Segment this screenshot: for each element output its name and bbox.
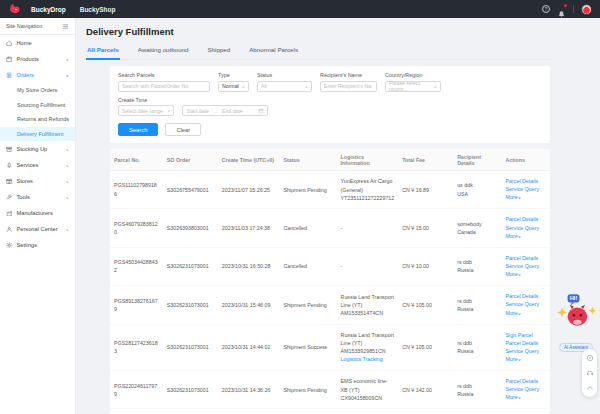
manufacturers-icon: [6, 210, 13, 217]
action-service-query-link[interactable]: Service Query: [506, 224, 546, 232]
action-more-link[interactable]: More∨: [506, 355, 546, 364]
action-more-link[interactable]: More∨: [506, 309, 546, 318]
cell-actions: Parcel DetailsService QueryMore∨: [502, 286, 550, 324]
stocking-icon: [6, 146, 13, 153]
action-service-query-link[interactable]: Service Query: [506, 385, 546, 393]
table-row: PGS460792838120S30263938030012023/11/03 …: [110, 209, 550, 247]
user-avatar[interactable]: [581, 4, 592, 15]
logistics-tracking-link[interactable]: Logistics Tracking: [341, 355, 395, 363]
action-service-query-link[interactable]: Service Query: [506, 185, 546, 193]
ai-assistant-widget[interactable]: HI! AI Assistant: [553, 291, 599, 353]
tab-abnormal-parcels[interactable]: Abnormal Parcels: [248, 44, 299, 59]
chevron-down-icon: ∨: [518, 234, 521, 240]
action-parcel-details-link[interactable]: Parcel Details: [506, 377, 546, 385]
sidebar-item-stocking-up[interactable]: Stocking Up∨: [0, 141, 75, 157]
cell-actions: Sign ParcelParcel DetailsService QueryMo…: [502, 324, 550, 371]
sidebar-item-label: Orders: [17, 72, 34, 78]
action-parcel-details-link[interactable]: Parcel Details: [506, 215, 546, 223]
sidebar-item-services[interactable]: Services∨: [0, 157, 75, 173]
customer-service-headset-icon[interactable]: [586, 369, 594, 377]
action-more-link[interactable]: More∨: [506, 270, 546, 279]
cell-actions: Parcel DetailsService QueryMore∨: [502, 371, 550, 409]
sidebar-item-tools[interactable]: Tools∨: [0, 189, 75, 205]
filter-panel: Search Parcels Type Normal ∨ Status Al: [110, 66, 550, 143]
chevron-down-icon: ∨: [305, 84, 308, 88]
arrow-right-icon: →: [213, 108, 218, 114]
recipient-name-input[interactable]: [320, 81, 377, 92]
tab-awaiting-outbound[interactable]: Awaiting outbound: [137, 44, 190, 59]
search-button[interactable]: Search: [118, 123, 158, 136]
status-select[interactable]: All ∨: [257, 81, 312, 92]
search-parcels-input[interactable]: [118, 81, 210, 92]
cell-recipient: rs ddbRussia: [453, 371, 501, 409]
action-more-link[interactable]: More∨: [506, 232, 546, 241]
action-sign-parcel-link[interactable]: Sign Parcel: [506, 331, 546, 339]
sidebar-subitem-returns-and-refunds[interactable]: Returns and Refunds: [0, 112, 75, 127]
sidebar-subitem-my-store-orders[interactable]: My Store Orders: [0, 83, 75, 98]
chevron-down-icon: ∨: [66, 57, 69, 61]
main-content: Delivery Fulfillment All ParcelsAwaiting…: [76, 18, 600, 414]
action-more-link[interactable]: More∨: [506, 393, 546, 402]
logistics-line: AM1533929851CN: [341, 347, 395, 355]
chevron-down-icon: ∨: [518, 358, 521, 364]
sidebar-item-manufacturers[interactable]: Manufacturers: [0, 205, 75, 221]
country-region-select[interactable]: Please select countr... ∨: [385, 81, 441, 92]
svg-text:HI!: HI!: [570, 296, 578, 302]
action-parcel-details-link[interactable]: Parcel Details: [506, 339, 546, 347]
sidebar-subitem-delivery-fulfillment[interactable]: Delivery Fulfillment: [0, 127, 75, 142]
stores-icon: [6, 178, 13, 185]
sidebar-item-stores[interactable]: Stores∨: [0, 173, 75, 189]
sidebar-subitem-sourcing-fulfillment[interactable]: Sourcing Fulfillment: [0, 98, 75, 113]
sidebar-item-products[interactable]: Products∨: [0, 51, 75, 67]
brand-buckyshop[interactable]: BuckyShop: [80, 6, 116, 13]
column-header-recipient-details: Recipient Details: [453, 149, 501, 171]
action-parcel-details-link[interactable]: Parcel Details: [506, 177, 546, 185]
logistics-line: Russia Land Transport Line (YT): [341, 331, 395, 347]
sidebar-item-settings[interactable]: Settings: [0, 237, 75, 253]
action-service-query-link[interactable]: Service Query: [506, 262, 546, 270]
clear-button[interactable]: Clear: [165, 123, 201, 136]
sidebar-item-label: Home: [17, 40, 32, 46]
sidebar-item-orders[interactable]: Orders∧: [0, 67, 75, 83]
recipient-line: rs ddb: [457, 258, 497, 266]
action-more-link[interactable]: More∨: [506, 193, 546, 202]
notifications-bell-icon[interactable]: [557, 5, 566, 14]
action-service-query-link[interactable]: Service Query: [506, 300, 546, 308]
action-parcel-details-link[interactable]: Parcel Details: [506, 292, 546, 300]
date-range-picker[interactable]: Start date → End date: [182, 105, 268, 116]
brand-buckydrop[interactable]: BuckyDrop: [31, 6, 66, 13]
recipient-line: Russia: [457, 347, 497, 355]
type-select[interactable]: Normal ∨: [218, 81, 249, 92]
cell-logistics: -: [337, 209, 399, 247]
recipient-line: somebody: [457, 220, 497, 228]
services-icon: [6, 162, 13, 169]
cell-so-order: S3026393803001: [163, 209, 218, 247]
sidebar-item-home[interactable]: Home: [0, 35, 75, 51]
tab-all-parcels[interactable]: All Parcels: [86, 44, 120, 60]
cell-recipient: rs ddbRussia: [453, 247, 501, 285]
cell-recipient: us ddkUSA: [453, 171, 501, 209]
logistics-line: -: [341, 224, 395, 232]
column-header-logistics-information: Logistics Information: [337, 149, 399, 171]
chevron-up-icon: ∧: [66, 73, 69, 77]
cell-status: Cancelled: [279, 247, 336, 285]
cell-status: Shipment Pending: [279, 371, 336, 409]
sidebar-item-personal-center[interactable]: Personal Center∨: [0, 221, 75, 237]
collapse-menu-icon[interactable]: [62, 23, 69, 30]
table-row: PGS281274236183S30262310730012023/10/31 …: [110, 324, 550, 371]
action-parcel-details-link[interactable]: Parcel Details: [506, 254, 546, 262]
recipient-line: us ddk: [457, 181, 497, 189]
feedback-icon[interactable]: [586, 354, 594, 362]
date-range-type-select[interactable]: Select date range ∨: [118, 105, 174, 116]
chevron-down-icon: ∨: [518, 196, 521, 202]
back-to-top-icon[interactable]: [586, 384, 594, 392]
cell-logistics: EMS economic line-XB (YT)CX904157989CN: [337, 409, 399, 414]
floating-toolbar: [582, 349, 597, 397]
sidebar-item-label: Stocking Up: [17, 146, 48, 152]
help-icon[interactable]: ?: [542, 5, 550, 13]
action-service-query-link[interactable]: Service Query: [506, 347, 546, 355]
tab-shipped[interactable]: Shipped: [206, 44, 231, 59]
cell-create-time: 2023/10/31 15:46:09: [218, 286, 280, 324]
sidebar: Site Navigation HomeProducts∨Orders∧My S…: [0, 18, 76, 414]
sidebar-item-label: Personal Center: [17, 226, 58, 232]
